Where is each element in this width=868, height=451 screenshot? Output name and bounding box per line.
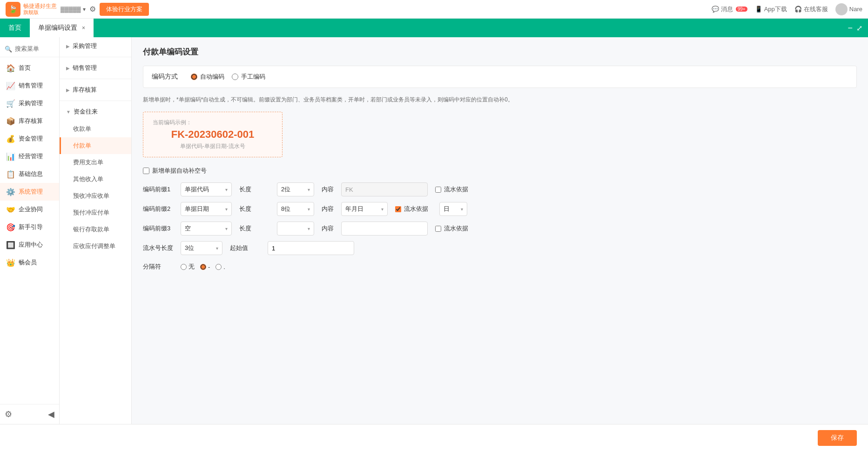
radio-auto-input[interactable] (191, 74, 197, 80)
sec-item-receivable-adjust[interactable]: 应收应付调整单 (60, 238, 131, 255)
example-prefix-label: 当前编码示例： (153, 119, 273, 127)
encoding-method-row: 编码方式 自动编码 手工编码 (152, 73, 848, 81)
secondary-sidebar: ▶ 采购管理 ▶ 销售管理 ▶ 库存核算 ▼ 资金往来 收款单 付款单 (60, 37, 132, 424)
separator-label: 分隔符 (143, 263, 173, 271)
sec-item-bank-deposit[interactable]: 银行存取款单 (60, 221, 131, 238)
search-menu-item[interactable]: 🔍 搜索菜单 (0, 41, 59, 57)
encoding-radio-group: 自动编码 手工编码 (191, 73, 265, 81)
user-avatar-item[interactable]: Nare (835, 3, 862, 15)
radio-auto[interactable]: 自动编码 (191, 73, 224, 81)
sidebar-item-sales[interactable]: 📈 销售管理 (0, 77, 59, 94)
sep-radio-dash[interactable]: - (200, 263, 210, 270)
sep-radio-none-input[interactable] (181, 264, 187, 270)
serial-start-input[interactable] (268, 241, 354, 255)
navtab-actions: − ⤢ (848, 23, 868, 33)
auto-fill-checkbox[interactable] (143, 168, 149, 174)
sec-group-sales: ▶ 销售管理 (60, 59, 131, 77)
tab-home[interactable]: 首页 (0, 19, 30, 37)
sec-group-sales-header[interactable]: ▶ 销售管理 (60, 59, 131, 77)
sep-radio-none[interactable]: 无 (181, 263, 195, 271)
prefix3-select-arrow-icon: ▾ (225, 226, 228, 231)
workspace-dropdown[interactable]: ▓▓▓▓▓ ▾ (61, 6, 86, 13)
sec-group-fund-header[interactable]: ▼ 资金往来 (60, 103, 131, 121)
system-icon: ⚙️ (7, 188, 15, 196)
topbar-controls: ▓▓▓▓▓ ▾ ⚙ 体验行业方案 (61, 3, 149, 16)
sec-item-prepay-receivable[interactable]: 预收冲应收单 (60, 188, 131, 204)
operations-icon: 📊 (7, 152, 15, 161)
sidebar-item-finance[interactable]: 💰 资金管理 (0, 130, 59, 148)
sec-item-receipt[interactable]: 收款单 (60, 121, 131, 137)
prefix1-serial-checkbox[interactable] (435, 187, 441, 193)
separator-row: 分隔符 无 - . (143, 263, 857, 271)
prefix2-day-select[interactable]: 日 ▾ (439, 202, 467, 216)
sidebar-item-coop[interactable]: 🤝 企业协同 (0, 201, 59, 218)
sec-group-purchase: ▶ 采购管理 (60, 37, 131, 55)
sidebar-item-apps[interactable]: 🔲 应用中心 (0, 236, 59, 254)
app-download-item[interactable]: 📱 App下载 (755, 5, 787, 13)
footer: 保存 (0, 424, 868, 451)
radio-manual[interactable]: 手工编码 (232, 73, 265, 81)
minimize-icon[interactable]: − (848, 23, 853, 33)
save-button[interactable]: 保存 (818, 430, 857, 446)
prefix2-serial-checkbox-group: 流水依据 (395, 205, 428, 213)
sep-radio-dot-input[interactable] (215, 264, 222, 270)
tab-close-icon[interactable]: × (82, 25, 85, 31)
prefix1-length-select[interactable]: 2位 ▾ (277, 182, 314, 196)
sep-radio-dot[interactable]: . (215, 263, 225, 270)
prefix3-serial-checkbox-group: 流水依据 (435, 224, 468, 233)
home-icon: 🏠 (7, 64, 15, 72)
prefix3-serial-checkbox[interactable] (435, 226, 441, 232)
sidebar-item-home[interactable]: 🏠 首页 (0, 59, 59, 77)
sec-group-purchase-header[interactable]: ▶ 采购管理 (60, 37, 131, 55)
prefix2-content-label: 内容 (322, 205, 334, 213)
topbar-right: 💬 消息 99+ 📱 App下载 🎧 在线客服 Nare (712, 3, 862, 15)
prefix1-select[interactable]: 单据代码 ▾ (181, 182, 232, 196)
guide-icon: 🎯 (7, 223, 15, 231)
restore-icon[interactable]: ⤢ (856, 24, 862, 33)
prefix2-length-select[interactable]: 8位 ▾ (277, 202, 314, 216)
sec-item-prepay-payable[interactable]: 预付冲应付单 (60, 204, 131, 221)
avatar (835, 3, 848, 15)
settings-bottom-icon[interactable]: ⚙ (5, 409, 12, 419)
content-area: 付款单编码设置 编码方式 自动编码 手工编码 新增单据时，*单据编码*自动生成， (132, 37, 868, 424)
serial-row: 流水号长度 3位 ▾ 起始值 (143, 241, 857, 255)
sidebar-item-member[interactable]: 👑 畅会员 (0, 254, 59, 271)
radio-manual-input[interactable] (232, 74, 238, 80)
settings-icon[interactable]: ⚙ (89, 5, 96, 13)
search-icon: 🔍 (5, 46, 12, 53)
sec-group-fund: ▼ 资金往来 收款单 付款单 费用支出单 其他收入单 预收冲应收单 预付冲应付单… (60, 103, 131, 255)
prefix2-row: 编码前缀2 单据日期 ▾ 长度 8位 ▾ 内容 年月日 ▾ 流水依据 日 ▾ (143, 202, 857, 216)
dropdown-arrow-icon: ▾ (83, 6, 86, 13)
sidebar-item-operations[interactable]: 📊 经营管理 (0, 148, 59, 165)
example-code: FK-20230602-001 (153, 128, 273, 141)
serial-length-select[interactable]: 3位 ▾ (181, 241, 222, 255)
online-service-item[interactable]: 🎧 在线客服 (794, 5, 828, 13)
sidebar-item-purchase[interactable]: 🛒 采购管理 (0, 94, 59, 112)
arrow-inventory-icon: ▶ (66, 88, 70, 93)
sec-item-payment[interactable]: 付款单 (60, 137, 131, 154)
prefix2-select[interactable]: 单据日期 ▾ (181, 202, 232, 216)
sidebar-item-guide[interactable]: 🎯 新手引导 (0, 218, 59, 236)
sec-item-expense[interactable]: 费用支出单 (60, 154, 131, 171)
prefix1-content-label: 内容 (322, 185, 334, 194)
prefix2-content-select[interactable]: 年月日 ▾ (341, 202, 388, 216)
topbar-left: 🍃 畅捷通好生意 旗舰版 ▓▓▓▓▓ ▾ ⚙ 体验行业方案 (6, 2, 149, 17)
prefix3-row: 编码前缀3 空 ▾ 长度 ▾ 内容 流水依据 (143, 222, 857, 236)
sec-item-other-income[interactable]: 其他收入单 (60, 171, 131, 188)
collapse-icon[interactable]: ◀ (48, 409, 54, 419)
prefix3-content-input[interactable] (341, 222, 428, 236)
industry-btn[interactable]: 体验行业方案 (100, 3, 149, 16)
prefix3-length-select[interactable]: ▾ (277, 222, 314, 236)
prefix1-serial-checkbox-group: 流水依据 (435, 185, 468, 194)
tab-encoding-settings[interactable]: 单据编码设置 × (30, 19, 94, 37)
sep-radio-dash-input[interactable] (200, 264, 206, 270)
workspace-name: ▓▓▓▓▓ (61, 6, 81, 13)
encoding-method-label: 编码方式 (152, 73, 178, 81)
prefix2-serial-checkbox[interactable] (395, 206, 401, 212)
sidebar-item-system[interactable]: ⚙️ 系统管理 (0, 183, 59, 201)
message-item[interactable]: 💬 消息 99+ (712, 5, 747, 13)
sidebar-item-basic[interactable]: 📋 基础信息 (0, 165, 59, 183)
prefix3-select[interactable]: 空 ▾ (181, 222, 232, 236)
sidebar-item-inventory[interactable]: 📦 库存核算 (0, 112, 59, 130)
sec-group-inventory-header[interactable]: ▶ 库存核算 (60, 81, 131, 99)
